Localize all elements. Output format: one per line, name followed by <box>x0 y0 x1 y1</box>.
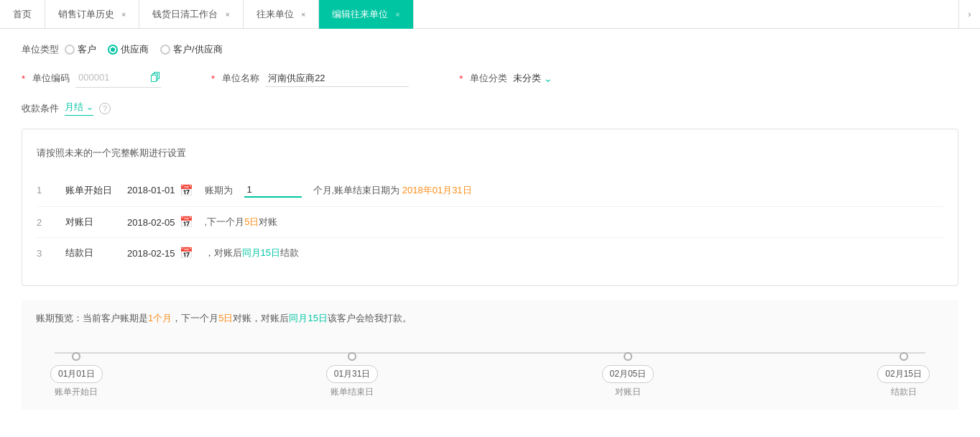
date-field-2: 2018-02-05 📅 <box>127 216 193 229</box>
payment-label: 收款条件 <box>22 102 59 115</box>
row-num-3: 3 <box>37 248 54 259</box>
period-label: 账期为 <box>205 184 233 197</box>
tab-sales-history-label: 销售订单历史 <box>58 8 114 21</box>
name-required: * <box>211 73 215 84</box>
category-group: * 单位分类 未分类 ⌄ <box>459 72 553 85</box>
code-required: * <box>22 73 25 84</box>
code-input[interactable] <box>75 69 147 86</box>
panel-title: 请按照未来的一个完整帐期进行设置 <box>37 147 943 160</box>
setting-row-2: 2 对账日 2018-02-05 📅 ,下一个月5日对账 <box>37 207 943 238</box>
payment-value: 月结 <box>65 101 83 114</box>
code-icon[interactable]: 🗍 <box>150 71 161 83</box>
date-value-1: 2018-01-01 <box>127 185 175 196</box>
tab-sales-history[interactable]: 销售订单历史 × <box>45 0 139 29</box>
name-label: 单位名称 <box>222 72 259 85</box>
row-num-1: 1 <box>37 185 54 196</box>
preview-sep2: 对账，对账后 <box>233 313 289 323</box>
tab-partner-close[interactable]: × <box>301 10 305 19</box>
tab-edit-partner-close[interactable]: × <box>395 10 399 19</box>
payment-select[interactable]: 月结 ⌄ <box>65 101 93 116</box>
row-num-2: 2 <box>37 217 54 228</box>
tab-partner[interactable]: 往来单位 × <box>244 0 319 29</box>
main-content: 单位类型 客户 供应商 客户/供应商 * 单位编码 <box>0 29 980 437</box>
period-suffix: 个月,账单结束日期为 2018年01月31日 <box>313 184 472 197</box>
category-value: 未分类 <box>513 72 541 85</box>
tab-cash-work[interactable]: 钱货日清工作台 × <box>139 0 243 29</box>
row-desc-3: ，对账后同月15日结款 <box>205 247 299 259</box>
radio-both-label: 客户/供应商 <box>173 43 223 56</box>
category-dropdown-icon[interactable]: ⌄ <box>544 73 553 84</box>
setting-row-3: 3 结款日 2018-02-15 📅 ，对账后同月15日结款 <box>37 238 943 268</box>
tab-sales-history-close[interactable]: × <box>121 10 126 19</box>
radio-supplier-label: 供应商 <box>121 43 149 56</box>
preview-part1: 1个月 <box>148 313 172 323</box>
period-input[interactable] <box>244 183 302 198</box>
timeline-label-3: 对账日 <box>615 386 641 398</box>
timeline-badge-1: 01月01日 <box>50 365 103 383</box>
cal-icon-3[interactable]: 📅 <box>180 247 193 259</box>
radio-customer-label: 客户 <box>78 43 96 56</box>
timeline-badge-2: 01月31日 <box>326 365 379 383</box>
payment-chevron-icon: ⌄ <box>86 102 93 112</box>
timeline-badge-4: 02月15日 <box>877 365 930 383</box>
row-desc-2: ,下一个月5日对账 <box>205 216 278 229</box>
row-label-1: 账单开始日 <box>65 184 116 197</box>
tab-home-label: 首页 <box>13 8 32 21</box>
timeline-dot-2 <box>348 352 356 361</box>
preview-suffix: 该客户会给我打款。 <box>328 313 412 323</box>
help-icon[interactable]: ? <box>99 103 111 114</box>
timeline-label-4: 结款日 <box>891 386 917 398</box>
settings-panel: 请按照未来的一个完整帐期进行设置 1 账单开始日 2018-01-01 📅 账期… <box>22 129 958 286</box>
code-name-category-row: * 单位编码 🗍 * 单位名称 * 单位分类 未分类 ⌄ <box>22 69 958 88</box>
date-value-3: 2018-02-15 <box>127 248 175 259</box>
timeline-node-2: 01月31日 账单结束日 <box>326 352 379 398</box>
setting-row-1: 1 账单开始日 2018-01-01 📅 账期为 个月,账单结束日期为 2018… <box>37 174 943 207</box>
timeline-node-3: 02月05日 对账日 <box>602 352 655 398</box>
row2-highlight: 5日 <box>244 216 259 227</box>
payment-group: 收款条件 月结 ⌄ ? <box>22 101 111 116</box>
code-label: 单位编码 <box>32 72 70 85</box>
timeline-dot-4 <box>900 352 908 361</box>
radio-both[interactable]: 客户/供应商 <box>160 43 223 56</box>
name-group: * 单位名称 <box>211 70 409 87</box>
category-required: * <box>459 73 463 84</box>
unit-type-row: 单位类型 客户 供应商 客户/供应商 <box>22 43 958 56</box>
code-input-wrapper: 🗍 <box>75 69 161 88</box>
tab-cash-work-close[interactable]: × <box>225 10 229 19</box>
code-group: * 单位编码 🗍 <box>22 69 161 88</box>
tab-home[interactable]: 首页 <box>0 0 45 29</box>
radio-both-circle <box>160 45 170 55</box>
unit-type-options: 客户 供应商 客户/供应商 <box>65 43 223 56</box>
radio-supplier[interactable]: 供应商 <box>108 43 149 56</box>
row3-highlight: 同月15日 <box>242 247 280 258</box>
tab-partner-label: 往来单位 <box>256 8 294 21</box>
timeline-dot-1 <box>72 352 80 361</box>
date-value-2: 2018-02-05 <box>127 217 175 228</box>
payment-row: 收款条件 月结 ⌄ ? <box>22 101 958 116</box>
category-select[interactable]: 未分类 ⌄ <box>513 72 553 85</box>
radio-supplier-circle <box>108 45 118 55</box>
timeline: 01月01日 账单开始日 01月31日 账单结束日 02月05日 对账日 <box>50 342 930 398</box>
timeline-label-1: 账单开始日 <box>55 386 98 398</box>
preview-sep1: ，下一个月 <box>172 313 218 323</box>
name-input[interactable] <box>265 70 409 87</box>
tab-edit-partner[interactable]: 编辑往来单位 × <box>319 0 413 29</box>
cal-icon-1[interactable]: 📅 <box>180 184 193 197</box>
timeline-node-4: 02月15日 结款日 <box>877 352 930 398</box>
timeline-badge-3: 02月05日 <box>602 365 655 383</box>
date-field-1: 2018-01-01 📅 <box>127 184 193 197</box>
category-label: 单位分类 <box>470 72 507 85</box>
timeline-label-2: 账单结束日 <box>330 386 374 398</box>
tab-scroll-right[interactable]: › <box>958 0 980 29</box>
tab-cash-work-label: 钱货日清工作台 <box>152 8 218 21</box>
row-label-2: 对账日 <box>65 216 116 229</box>
cal-icon-2[interactable]: 📅 <box>180 216 193 229</box>
preview-prefix: 账期预览：当前客户账期是 <box>36 313 148 323</box>
timeline-dot-3 <box>624 352 632 361</box>
tab-bar: 首页 销售订单历史 × 钱货日清工作台 × 往来单位 × 编辑往来单位 × › <box>0 0 980 29</box>
unit-type-group: 单位类型 客户 供应商 客户/供应商 <box>22 43 223 56</box>
end-date-highlight: 2018年01月31日 <box>402 185 472 196</box>
radio-customer[interactable]: 客户 <box>65 43 96 56</box>
preview-section: 账期预览：当前客户账期是1个月，下一个月5日对账，对账后同月15日该客户会给我打… <box>22 300 958 410</box>
radio-customer-circle <box>65 45 75 55</box>
